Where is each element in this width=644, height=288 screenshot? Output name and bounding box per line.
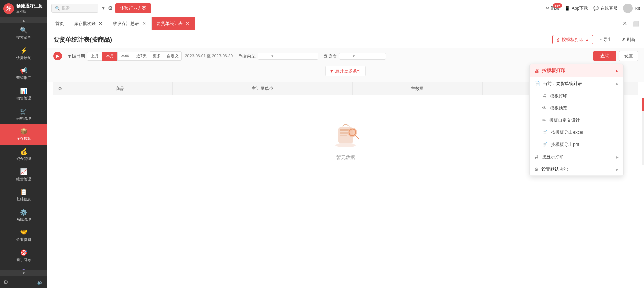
export-btn[interactable]: ↑ 导出 [597, 35, 615, 44]
tab-receipt-summary-close[interactable]: ✕ [141, 21, 147, 26]
dropdown-item-template-preview[interactable]: 👁 模板预览 [530, 102, 623, 114]
dropdown-item-template-custom[interactable]: ✏ 模板自定义设计 [530, 114, 623, 126]
sidebar-label-corp: 企业协同 [16, 237, 31, 242]
expand-more-btn[interactable]: ▼ 展开更多条件 [325, 66, 366, 76]
topbar-message[interactable]: ✉ 消息 99+ [546, 5, 559, 11]
display-print-label: 按显示打印 [542, 154, 564, 160]
sidebar-item-search[interactable]: 🔍 搜索菜单 [0, 23, 47, 43]
template-preview-item-label: 模板预览 [550, 105, 567, 111]
sidebar-item-quick-nav[interactable]: ⚡ 快捷导航 [0, 43, 47, 64]
dropdown-default-func-section: ⚙ 设置默认功能 ▶ [530, 163, 623, 176]
date-tab-more[interactable]: 更多 [150, 51, 164, 61]
dropdown-collapse-arrow[interactable]: ▲ [615, 68, 619, 73]
date-tab-custom[interactable]: 自定义 [164, 51, 182, 61]
scrollbar-track [642, 98, 644, 165]
inventory-icon: 📦 [20, 128, 27, 135]
dropdown-item-template-excel[interactable]: 📄 按模板导出excel [530, 126, 623, 138]
filter-row-1: ▶ 单据日期 上月 本月 本年 近7天 更多 自定义 2023-06-01 至 … [53, 51, 638, 61]
template-print-collapse-icon: ▲ [585, 37, 589, 42]
user-avatar [623, 4, 633, 13]
col-unit: 主计量单位 [173, 82, 353, 95]
goods-filter-label: 要货仓 [324, 53, 337, 59]
username-label: Rit [635, 6, 640, 11]
sidebar-scroll-up[interactable]: ▲ [0, 18, 47, 23]
set-btn[interactable]: 设置 [619, 51, 638, 61]
audio-bottom-icon[interactable]: 🔈 [37, 279, 44, 285]
scrollbar-thumb[interactable] [642, 98, 644, 111]
goods-filter-select[interactable]: ▼ [339, 53, 386, 60]
app-download-label: App下载 [572, 5, 588, 11]
sidebar-item-corp[interactable]: 🤝 企业协同 [0, 225, 47, 246]
dropdown-default-func-header[interactable]: ⚙ 设置默认功能 ▶ [530, 163, 623, 175]
topbar-user[interactable]: Rit [623, 4, 640, 13]
sidebar-label-operation: 经营管理 [16, 177, 31, 182]
page-title: 要货单统计表(按商品) [53, 36, 112, 44]
tabbar: 首页 库存批次账 ✕ 收发存汇总表 ✕ 要货单统计表 ✕ ✕ ⬜ [47, 17, 644, 30]
corp-icon: 🤝 [20, 229, 27, 236]
export-icon: ↑ [600, 37, 602, 42]
tab-order-stats-close[interactable]: ✕ [185, 21, 190, 26]
filter-expand-icon[interactable]: ▶ [53, 52, 62, 60]
dropdown-default-func-label-group: ⚙ 设置默认功能 [534, 166, 568, 172]
topbar-gear-icon[interactable]: ⚙ [108, 5, 113, 11]
topbar-dropdown-arrow[interactable]: ▼ [101, 6, 105, 11]
sidebar-item-finance[interactable]: 💰 资金管理 [0, 145, 47, 165]
refresh-btn[interactable]: ↺ 刷新 [619, 35, 638, 44]
sidebar-item-basic[interactable]: 📋 基础信息 [0, 185, 47, 205]
trial-btn[interactable]: 体验行业方案 [115, 3, 151, 13]
topbar-app-download[interactable]: 📱 App下载 [565, 5, 588, 11]
tab-inventory-batch-close[interactable]: ✕ [98, 21, 103, 26]
date-tabs: 上月 本月 本年 近7天 更多 自定义 [87, 51, 182, 61]
date-range-text: 2023-06-01 至 2023-06-30 [185, 53, 233, 59]
tab-expand-icon[interactable]: ⬜ [631, 19, 641, 28]
query-btn[interactable]: 查询 [593, 51, 616, 61]
template-pdf-item-icon: 📄 [542, 142, 548, 147]
sidebar-item-system[interactable]: ⚙️ 系统管理 [0, 205, 47, 225]
dropdown-header: 🖨 按模板打印 ▲ [530, 64, 623, 77]
printer-icon: 🖨 [556, 37, 560, 42]
filter-more-dots[interactable]: ··· [586, 53, 591, 59]
date-tab-this-year[interactable]: 本年 [117, 52, 133, 61]
tab-inventory-batch[interactable]: 库存批次账 ✕ [69, 17, 108, 30]
dropdown-items-section: 🖨 模板打印 👁 模板预览 ✏ 模板自定义设计 📄 按模板导出excel 📄 [530, 90, 623, 151]
sidebar-item-sales[interactable]: 📊 销售管理 [0, 84, 47, 104]
type-filter-select[interactable]: ▼ [258, 53, 318, 60]
tab-receipt-summary[interactable]: 收发存汇总表 ✕ [108, 17, 152, 30]
date-tab-prev-month[interactable]: 上月 [87, 52, 102, 61]
date-tab-this-month[interactable]: 本月 [102, 52, 117, 61]
dropdown-display-print-header[interactable]: 🖨 按显示打印 ▶ [530, 151, 623, 163]
sidebar: 好 畅捷通好生意 标准版 ▲ 🔍 搜索菜单 ⚡ 快捷导航 📢 营销推广 📊 销售… [0, 0, 47, 288]
svg-line-7 [355, 135, 358, 138]
tab-order-stats-label: 要货单统计表 [156, 21, 183, 27]
topbar-online-service[interactable]: 💬 在线客服 [593, 5, 618, 11]
template-print-btn[interactable]: 🖨 按模板打印 ▲ [552, 35, 593, 44]
logo-icon: 好 [3, 3, 14, 14]
refresh-label: 刷新 [626, 37, 635, 43]
online-service-label: 在线客服 [600, 5, 618, 11]
sidebar-item-marketing[interactable]: 📢 营销推广 [0, 64, 47, 84]
tab-home[interactable]: 首页 [51, 17, 69, 30]
tab-order-stats[interactable]: 要货单统计表 ✕ [152, 17, 195, 30]
sidebar-nav: 🔍 搜索菜单 ⚡ 快捷导航 📢 营销推广 📊 销售管理 🛒 采购管理 📦 库存核… [0, 23, 47, 270]
date-tab-last7days[interactable]: 近7天 [133, 52, 150, 61]
dropdown-item-template-print[interactable]: 🖨 模板打印 [530, 90, 623, 102]
settings-bottom-icon[interactable]: ⚙ [3, 279, 8, 285]
topbar-search-box[interactable]: 🔍 搜索 [51, 4, 98, 13]
tab-close-all-icon[interactable]: ✕ [621, 19, 628, 28]
sales-icon: 📊 [20, 87, 27, 95]
sidebar-item-purchase[interactable]: 🛒 采购管理 [0, 104, 47, 124]
empty-state-text: 暂无数据 [336, 155, 355, 161]
sidebar-item-operation[interactable]: 📈 经营管理 [0, 165, 47, 185]
sidebar-bottom: ⚙ 🔈 [0, 276, 47, 288]
sidebar-item-guide[interactable]: 🎯 新手引导 [0, 246, 47, 266]
sidebar-scroll-down[interactable]: ▼ [0, 270, 47, 276]
page-actions: 🖨 按模板打印 ▲ ↑ 导出 ↺ 刷新 [552, 35, 638, 44]
page-content: 要货单统计表(按商品) 🖨 按模板打印 ▲ ↑ 导出 ↺ 刷新 [47, 30, 644, 288]
dropdown-current-header[interactable]: 📄 当前：要货单统计表 ▶ [530, 77, 623, 90]
dropdown-display-print-label-group: 🖨 按显示打印 [534, 154, 564, 160]
sidebar-item-inventory[interactable]: 📦 库存核算 [0, 124, 47, 145]
default-func-label: 设置默认功能 [541, 166, 568, 172]
dropdown-item-template-pdf[interactable]: 📄 按模板导出pdf [530, 138, 623, 151]
sidebar-item-app[interactable]: 🔮 应用中心 [0, 266, 47, 270]
table-settings-icon[interactable]: ⚙ [58, 86, 62, 91]
